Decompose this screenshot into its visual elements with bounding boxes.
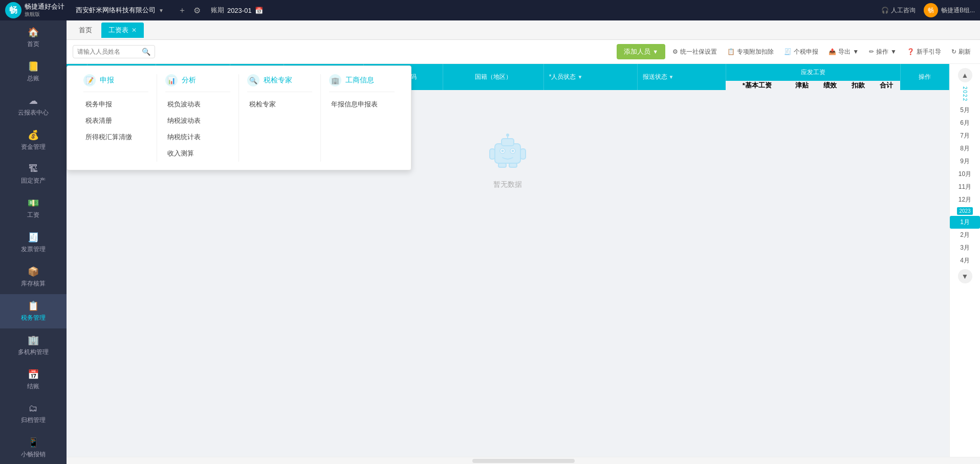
svg-rect-1 [502,139,514,146]
sidebar-item-fixed-asset[interactable]: 🏗 固定资产 [0,158,67,191]
cal-month-6[interactable]: 6月 [950,117,980,129]
calendar-down-icon[interactable]: ▼ [958,269,972,283]
user-area[interactable]: 畅 畅捷通B组... [924,3,975,17]
tax-header-declaration: 📝 申报 [83,74,148,92]
settings-icon[interactable]: ⚙ [193,6,201,15]
top-bar: 畅 畅捷通好会计 旗舰版 西安虾米网络科技有限公司 ▼ ＋ ⚙ 账期 2023-… [0,0,980,20]
special-deduction-icon: 📋 [727,48,735,55]
app-title: 畅捷通好会计 [25,3,64,11]
sidebar-item-multi-org[interactable]: 🏢 多机构管理 [0,328,67,363]
sidebar-item-salary[interactable]: 💵 工资 [0,191,67,226]
personal-tax-button[interactable]: 🧾 个税申报 [781,46,821,58]
search-input[interactable] [77,48,139,55]
sidebar-label-cloud-report: 云报表中心 [18,108,49,117]
search-box[interactable]: 🔍 [73,45,155,58]
svg-rect-9 [520,149,526,159]
refresh-label: 刷新 [959,48,971,56]
service-label: 人工咨询 [891,6,916,15]
period-label: 账期 [211,6,224,15]
table-subheader-base-salary: *基本工资 [726,81,788,90]
sidebar-label-mini-sales: 小畅报销 [21,450,46,459]
avatar: 畅 [924,3,938,17]
tab-close-icon[interactable]: ✕ [132,27,137,34]
mini-sales-icon: 📱 [28,437,39,448]
cal-month-7[interactable]: 7月 [950,129,980,142]
sidebar-label-invoice: 发票管理 [21,245,46,254]
period-end-icon: 📅 [28,369,39,380]
invoice-icon: 🧾 [28,232,39,243]
scrollbar-area [67,457,980,464]
menu-item-income-estimate[interactable]: 收入测算 [165,145,230,162]
sidebar-item-archive[interactable]: 🗂 归档管理 [0,397,67,431]
operation-button[interactable]: ✏ 操作 ▼ [866,46,900,58]
menu-item-tax-burden[interactable]: 税负波动表 [165,96,230,113]
sidebar-item-tax[interactable]: 📋 税务管理 [0,294,67,328]
special-deduction-button[interactable]: 📋 专项附加扣除 [724,46,777,58]
analysis-title: 分析 [182,76,196,85]
sidebar-label-period-end: 结账 [27,382,39,391]
menu-item-income-tax[interactable]: 所得税汇算清缴 [83,129,148,145]
analysis-icon: 📊 [165,74,178,86]
menu-item-tax-table[interactable]: 税表清册 [83,113,148,129]
cal-month-10[interactable]: 10月 [950,168,980,181]
cloud-icon: ☁ [29,95,38,106]
menu-item-tax-expert[interactable]: 税检专家 [247,96,312,113]
horizontal-scrollbar[interactable] [472,459,575,463]
export-button[interactable]: 📤 导出 ▼ [825,46,862,58]
sidebar-item-ledger[interactable]: 📒 总账 [0,55,67,89]
sidebar-item-fund[interactable]: 💰 资金管理 [0,123,67,158]
export-label: 导出 [838,48,851,56]
sidebar-label-tax: 税务管理 [21,314,46,322]
tab-home[interactable]: 首页 [72,23,99,38]
cal-month-1[interactable]: 1月 [950,216,980,229]
home-icon: 🏠 [28,27,39,38]
menu-item-annual-report[interactable]: 年报信息申报表 [329,96,395,113]
cal-month-12[interactable]: 12月 [950,193,980,206]
cal-month-9[interactable]: 9月 [950,155,980,168]
tax-header-business: 🏢 工商信息 [329,74,395,92]
cal-month-2[interactable]: 2月 [950,229,980,241]
expert-title: 税检专家 [264,76,292,85]
add-company-icon[interactable]: ＋ [178,5,186,16]
menu-item-tax-wave[interactable]: 纳税波动表 [165,113,230,129]
business-icon: 🏢 [329,74,341,86]
export-icon: 📤 [829,48,836,55]
person-status-filter-icon[interactable]: ▼ [577,74,582,80]
sidebar-item-invoice[interactable]: 🧾 发票管理 [0,226,67,260]
report-status-filter-icon[interactable]: ▼ [669,74,674,80]
calendar-icon[interactable]: 📅 [255,7,263,14]
operation-dropdown-icon: ▼ [890,48,897,55]
sidebar-item-period-end[interactable]: 📅 结账 [0,363,67,397]
cal-month-8[interactable]: 8月 [950,142,980,155]
sidebar-item-inventory[interactable]: 📦 库存核算 [0,260,67,294]
tax-header-analysis: 📊 分析 [165,74,230,92]
table-header-nation: 国籍（地区） [443,64,543,90]
search-icon: 🔍 [142,48,150,56]
sidebar-item-mini-sales[interactable]: 📱 小畅报销 [0,431,67,464]
app-subtitle: 旗舰版 [25,11,64,18]
sidebar-item-home[interactable]: 🏠 首页 [0,20,67,55]
add-dropdown-arrow-icon: ▼ [652,49,658,55]
svg-point-7 [512,150,514,152]
svg-rect-8 [490,149,495,159]
sidebar-label-multi-org: 多机构管理 [18,348,49,357]
toolbar: 🔍 添加人员 ▼ ⚙ 统一社保设置 📋 专项附加扣除 🧾 个税申报 📤 导出 [67,40,980,64]
company-selector[interactable]: 西安虾米网络科技有限公司 ▼ [72,4,168,17]
cal-month-11[interactable]: 11月 [950,181,980,193]
service-button[interactable]: 🎧 人工咨询 [881,6,916,15]
cal-month-4[interactable]: 4月 [950,254,980,267]
sidebar-item-cloud-report[interactable]: ☁ 云报表中心 [0,89,67,123]
add-person-button[interactable]: 添加人员 ▼ [617,44,665,59]
cal-month-3[interactable]: 3月 [950,241,980,254]
tax-icon: 📋 [28,300,39,312]
calendar-up-icon[interactable]: ▲ [958,68,972,82]
headset-icon: 🎧 [881,7,889,14]
refresh-button[interactable]: ↻ 刷新 [948,46,974,58]
tab-salary[interactable]: 工资表 ✕ [101,23,144,38]
menu-item-tax-declaration[interactable]: 税务申报 [83,96,148,113]
new-guide-button[interactable]: ❓ 新手引导 [904,46,944,58]
guide-icon: ❓ [907,48,914,55]
cal-month-5[interactable]: 5月 [950,104,980,117]
menu-item-tax-stats[interactable]: 纳税统计表 [165,129,230,145]
unified-insurance-button[interactable]: ⚙ 统一社保设置 [669,46,720,58]
